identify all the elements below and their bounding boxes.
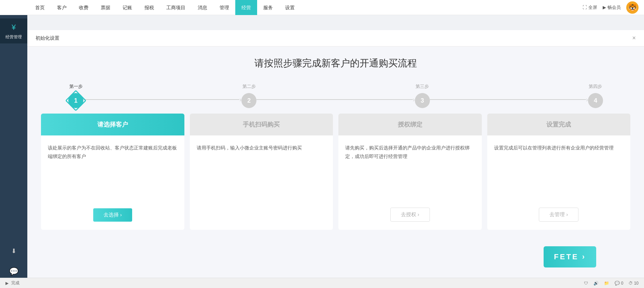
connector-2-3: › bbox=[256, 96, 415, 103]
card-4-footer: 去管理 › bbox=[487, 202, 631, 230]
sidebar-download-btn[interactable]: ⬇ bbox=[0, 243, 27, 261]
chat-count: 💬 0 bbox=[615, 281, 623, 286]
vip-btn[interactable]: ▶ 畅会员 bbox=[603, 4, 621, 11]
status-bar-left: ▶ 完成 bbox=[5, 280, 19, 286]
step-2-header: 第二步 2 bbox=[241, 83, 256, 108]
card-4-header: 设置完成 bbox=[487, 114, 631, 135]
card-3-header: 授权绑定 bbox=[338, 114, 482, 135]
step-3-header: 第三步 3 bbox=[415, 83, 430, 108]
card-3-body: 请先购买，购买后选择开通的产品中的企业用户进行授权绑定，成功后即可进行经营管理 bbox=[338, 135, 482, 202]
step-2-label: 第二步 bbox=[242, 83, 256, 90]
status-bar: ▶ 完成 🛡 🔊 📁 💬 0 ⏱ 10 bbox=[0, 278, 644, 288]
nav-business[interactable]: 工商项目 bbox=[160, 0, 192, 15]
card-1-footer: 去选择 › bbox=[41, 203, 184, 230]
sidebar-bottom: ⬇ 💬 bbox=[0, 243, 27, 281]
step-1-label: 第一步 bbox=[69, 83, 83, 90]
nav-operation[interactable]: 经营 bbox=[235, 0, 257, 15]
step-card-1: 请选择客户 该处展示的客户为不在回收站、客户状态正常建账后完成老板端绑定的所有客… bbox=[41, 114, 184, 230]
nav-tax[interactable]: 报税 bbox=[138, 0, 160, 15]
card-4-button[interactable]: 去管理 › bbox=[539, 208, 578, 222]
step-card-2: 手机扫码购买 请用手机扫码，输入小微企业主账号密码进行购买 bbox=[190, 114, 333, 230]
sidebar-item-label: 经营管理 bbox=[5, 34, 22, 40]
step-3-circle: 3 bbox=[415, 93, 430, 108]
step-1-circle: 1 bbox=[68, 93, 83, 108]
card-1-body: 该处展示的客户为不在回收站、客户状态正常建账后完成老板端绑定的所有客户 bbox=[41, 135, 184, 203]
vip-label: 畅会员 bbox=[607, 4, 621, 11]
nav-service[interactable]: 服务 bbox=[257, 0, 279, 15]
nav-accounting[interactable]: 记账 bbox=[116, 0, 138, 15]
status-text: 完成 bbox=[11, 280, 19, 286]
nav-invoice[interactable]: 票据 bbox=[95, 0, 116, 15]
card-2-footer bbox=[190, 216, 333, 230]
nav-settings[interactable]: 设置 bbox=[279, 0, 301, 15]
play-icon: ▶ bbox=[5, 281, 9, 286]
top-nav: 首页 客户 收费 票据 记账 报税 工商项目 消息 管理 经营 服务 设置 ⛶ … bbox=[0, 0, 644, 15]
folder-icon: 📁 bbox=[604, 281, 609, 286]
connector-3-4: › bbox=[430, 96, 588, 103]
page-header: 初始化设置 × bbox=[27, 30, 644, 47]
card-3-footer: 去授权 › bbox=[338, 202, 482, 230]
nav-customer[interactable]: 客户 bbox=[51, 0, 73, 15]
sidebar: ¥ 经营管理 ⬇ 💬 bbox=[0, 15, 27, 288]
nav-right: ⛶ 全屏 ▶ 畅会员 🐯 bbox=[583, 1, 644, 14]
nav-manage[interactable]: 管理 bbox=[213, 0, 235, 15]
connector-1-2: › bbox=[83, 96, 241, 103]
card-1-header: 请选择客户 bbox=[41, 114, 184, 135]
nav-items: 首页 客户 收费 票据 记账 报税 工商项目 消息 管理 经营 服务 设置 bbox=[29, 0, 583, 15]
fullscreen-icon: ⛶ bbox=[583, 5, 587, 10]
nav-fee[interactable]: 收费 bbox=[73, 0, 95, 15]
cards-row: 请选择客户 该处展示的客户为不在回收站、客户状态正常建账后完成老板端绑定的所有客… bbox=[41, 114, 630, 230]
avatar[interactable]: 🐯 bbox=[626, 1, 639, 14]
fullscreen-label: 全屏 bbox=[588, 4, 597, 11]
card-4-body: 设置完成后可以在管理列表进行所有企业用户的经营管理 bbox=[487, 135, 631, 202]
fete-badge[interactable]: FETE › bbox=[544, 246, 596, 267]
close-button[interactable]: × bbox=[632, 35, 636, 42]
card-3-button[interactable]: 去授权 › bbox=[390, 208, 430, 222]
step-card-4: 设置完成 设置完成后可以在管理列表进行所有企业用户的经营管理 去管理 › bbox=[487, 114, 631, 230]
step-2-circle: 2 bbox=[241, 93, 256, 108]
card-2-body: 请用手机扫码，输入小微企业主账号密码进行购买 bbox=[190, 135, 333, 216]
page-title: 初始化设置 bbox=[36, 35, 59, 41]
main-heading: 请按照步骤完成新客户的开通购买流程 bbox=[41, 57, 630, 70]
download-icon: ⬇ bbox=[8, 246, 19, 257]
status-bar-right: 🛡 🔊 📁 💬 0 ⏱ 10 bbox=[584, 281, 639, 286]
operation-icon: ¥ bbox=[8, 22, 19, 33]
vip-icon: ▶ bbox=[603, 5, 606, 10]
step-4-circle: 4 bbox=[588, 93, 603, 108]
step-3-label: 第三步 bbox=[416, 83, 429, 90]
volume-icon: 🔊 bbox=[593, 281, 599, 286]
nav-message[interactable]: 消息 bbox=[192, 0, 213, 15]
card-2-header: 手机扫码购买 bbox=[190, 114, 333, 135]
steps-header: 第一步 1 › 第二步 2 › bbox=[41, 83, 630, 108]
card-1-button[interactable]: 去选择 › bbox=[93, 208, 132, 222]
step-1-header: 第一步 1 bbox=[68, 83, 83, 108]
step-4-header: 第四步 4 bbox=[588, 83, 603, 108]
step-4-label: 第四步 bbox=[589, 83, 602, 90]
step-card-3: 授权绑定 请先购买，购买后选择开通的产品中的企业用户进行授权绑定，成功后即可进行… bbox=[338, 114, 482, 230]
fullscreen-btn[interactable]: ⛶ 全屏 bbox=[583, 4, 597, 11]
support-icon: 💬 bbox=[8, 266, 19, 277]
time-icon: ⏱ 10 bbox=[629, 281, 639, 286]
content-area: 请按照步骤完成新客户的开通购买流程 第一步 1 › 第二步 2 bbox=[27, 47, 644, 240]
nav-home[interactable]: 首页 bbox=[29, 0, 51, 15]
shield-icon: 🛡 bbox=[584, 281, 588, 286]
sidebar-item-operation[interactable]: ¥ 经营管理 bbox=[0, 18, 27, 43]
